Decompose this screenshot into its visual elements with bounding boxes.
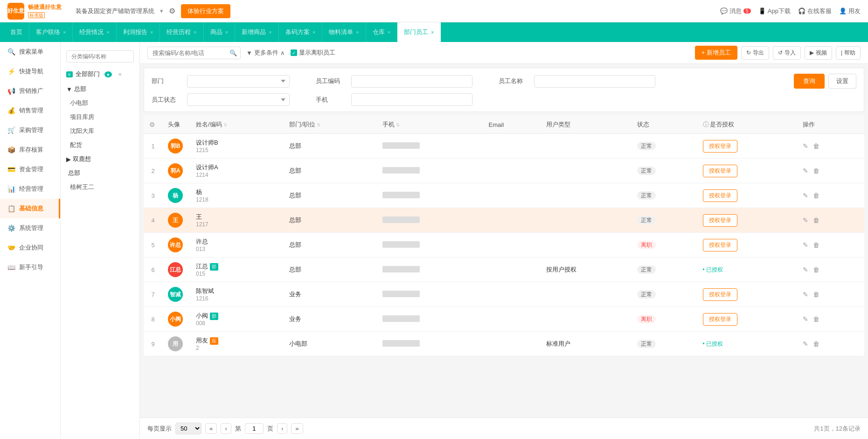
- table-row: 4 王 王 1217 总部 正常 授权登录 ✎ 🗑: [144, 208, 864, 233]
- edit-btn[interactable]: ✎: [803, 241, 808, 249]
- delete-btn[interactable]: 🗑: [813, 315, 819, 323]
- query-button[interactable]: 查询: [794, 74, 825, 89]
- prev-page-btn[interactable]: ‹: [221, 423, 231, 434]
- dept-group-shuanglu[interactable]: ▶ 双鹿想: [61, 152, 139, 166]
- tab-department[interactable]: 部门员工 ×: [397, 22, 441, 42]
- emp-name-input[interactable]: [534, 75, 655, 88]
- sidebar-item-sales[interactable]: 💰 销售管理: [0, 101, 60, 120]
- help-button[interactable]: | 帮助: [836, 46, 861, 60]
- delete-btn[interactable]: 🗑: [813, 167, 819, 174]
- add-employee-button[interactable]: + 新增员工: [695, 46, 737, 60]
- tab-warehouse[interactable]: 仓库 ×: [366, 22, 397, 42]
- delete-btn[interactable]: 🗑: [813, 142, 819, 150]
- edit-btn[interactable]: ✎: [803, 216, 808, 224]
- col-authorized: ⓘ是否授权: [697, 116, 798, 134]
- sidebar-item-quick-nav[interactable]: ⚡ 快捷导航: [0, 62, 60, 81]
- show-inactive-checkbox[interactable]: ✓: [291, 49, 297, 56]
- dept-search-input[interactable]: [66, 50, 134, 63]
- dept-header[interactable]: ≡ 全部部门 ● «: [61, 66, 139, 82]
- delete-btn[interactable]: 🗑: [813, 216, 819, 224]
- top-bar: 好生意 畅捷通好生意 标准版 装备及固定资产辅助管理系统 ▾ ⚙ 体验行业方案 …: [0, 0, 868, 22]
- page-number-input[interactable]: [245, 423, 264, 434]
- next-page-btn[interactable]: ›: [277, 423, 287, 434]
- edit-btn[interactable]: ✎: [803, 167, 808, 174]
- table-settings-icon[interactable]: ⚙: [149, 121, 155, 128]
- tab-bom[interactable]: 物料清单 ×: [322, 22, 366, 42]
- authorize-btn[interactable]: 授权登录: [703, 313, 737, 326]
- delete-btn[interactable]: 🗑: [813, 192, 819, 199]
- delete-btn[interactable]: 🗑: [813, 266, 819, 273]
- authorize-btn[interactable]: 授权登录: [703, 189, 737, 202]
- dept-item-shenyang[interactable]: 沈阳大库: [61, 124, 139, 138]
- setting-button[interactable]: 设置: [828, 74, 856, 89]
- sidebar-item-finance[interactable]: 💳 资金管理: [0, 160, 60, 179]
- tab-customer[interactable]: 客户联络 ×: [29, 22, 73, 42]
- view-icon: ▶: [810, 49, 814, 56]
- sidebar-item-guide[interactable]: 📖 新手引导: [0, 258, 60, 277]
- authorize-btn[interactable]: 授权登录: [703, 140, 737, 153]
- edit-btn[interactable]: ✎: [803, 266, 808, 273]
- sidebar-item-purchase[interactable]: 🛒 采购管理: [0, 120, 60, 140]
- authorize-btn[interactable]: 授权登录: [703, 214, 737, 227]
- phone-blur: [382, 216, 420, 223]
- dept-item-peihuo[interactable]: 配货: [61, 138, 139, 152]
- edit-btn[interactable]: ✎: [803, 315, 808, 323]
- tab-goods[interactable]: 商品 ×: [204, 22, 235, 42]
- dropdown-arrow[interactable]: ▾: [160, 7, 163, 14]
- tab-profit[interactable]: 利润报告 ×: [117, 22, 160, 42]
- authorize-btn[interactable]: 授权登录: [703, 165, 737, 177]
- dept-sort-icon[interactable]: ⇅: [317, 122, 320, 127]
- authorize-btn[interactable]: 授权登录: [703, 239, 737, 251]
- app-download-btn[interactable]: 📱 App下载: [758, 7, 791, 15]
- page-size-select[interactable]: 50 100 200: [175, 423, 201, 434]
- delete-btn[interactable]: 🗑: [813, 340, 819, 348]
- authorize-btn[interactable]: 授权登录: [703, 288, 737, 301]
- tab-home[interactable]: 首页: [4, 22, 29, 42]
- delete-btn[interactable]: 🗑: [813, 241, 819, 249]
- dept-item-project[interactable]: 项目库房: [61, 110, 139, 124]
- name-sort-icon[interactable]: ⇅: [223, 122, 227, 127]
- edit-btn[interactable]: ✎: [803, 340, 808, 348]
- dept-item-zhishu[interactable]: 植树王二: [61, 180, 139, 194]
- trial-button[interactable]: 体验行业方案: [181, 4, 230, 18]
- filter-btn[interactable]: ▼ 更多条件 ∧: [246, 49, 285, 57]
- dept-collapse-btn[interactable]: «: [115, 69, 125, 79]
- emp-status-select[interactable]: [187, 93, 290, 106]
- tab-barcode[interactable]: 条码方案 ×: [279, 22, 322, 42]
- employee-name: 设计师B: [196, 139, 278, 147]
- online-service-btn[interactable]: 🎧 在线客服: [798, 7, 832, 15]
- edit-btn[interactable]: ✎: [803, 291, 808, 298]
- sidebar-item-inventory[interactable]: 📦 库存核算: [0, 140, 60, 160]
- message-btn[interactable]: 💬 消息 5: [720, 7, 751, 15]
- export-button[interactable]: ↻ 导出: [741, 46, 769, 60]
- dept-group-zongbu[interactable]: ▼ 总部: [61, 82, 139, 96]
- emp-code-input[interactable]: [351, 75, 472, 88]
- dept-group-zongbu2[interactable]: 总部: [61, 166, 139, 180]
- sidebar-item-system[interactable]: ⚙️ 系统管理: [0, 218, 60, 238]
- dept-item-xiaodian[interactable]: 小电部: [61, 96, 139, 110]
- view-button[interactable]: ▶ 视频: [805, 46, 832, 60]
- delete-btn[interactable]: 🗑: [813, 291, 819, 298]
- phone-sort-icon[interactable]: ⇅: [396, 122, 400, 127]
- tab-add-goods[interactable]: 新增商品 ×: [235, 22, 278, 42]
- sidebar-item-business[interactable]: 📊 经营管理: [0, 179, 60, 199]
- sidebar-item-basic[interactable]: 📋 基础信息: [0, 199, 60, 218]
- first-page-btn[interactable]: «: [205, 423, 217, 434]
- show-inactive-toggle[interactable]: ✓ 显示离职员工: [291, 49, 335, 57]
- import-button[interactable]: ↺ 导入: [773, 46, 801, 60]
- dept-filter-select[interactable]: [187, 75, 290, 88]
- sidebar-item-marketing[interactable]: 📢 营销推广: [0, 81, 60, 101]
- tab-history[interactable]: 经营历程 ×: [160, 22, 203, 42]
- edit-btn[interactable]: ✎: [803, 192, 808, 199]
- sidebar-item-collab[interactable]: 🤝 企业协同: [0, 238, 60, 258]
- sidebar-item-search[interactable]: 🔍 搜索菜单: [0, 42, 60, 62]
- last-page-btn[interactable]: »: [291, 423, 303, 434]
- settings-icon[interactable]: ⚙: [169, 7, 175, 15]
- tab-operation[interactable]: 经营情况 ×: [73, 22, 116, 42]
- search-input[interactable]: [147, 47, 241, 59]
- cell-auth: 已授权: [697, 258, 798, 282]
- search-submit-icon[interactable]: 🔍: [229, 49, 237, 56]
- phone-input[interactable]: [351, 93, 472, 106]
- user-area[interactable]: 👤 用友: [839, 7, 861, 15]
- edit-btn[interactable]: ✎: [803, 142, 808, 150]
